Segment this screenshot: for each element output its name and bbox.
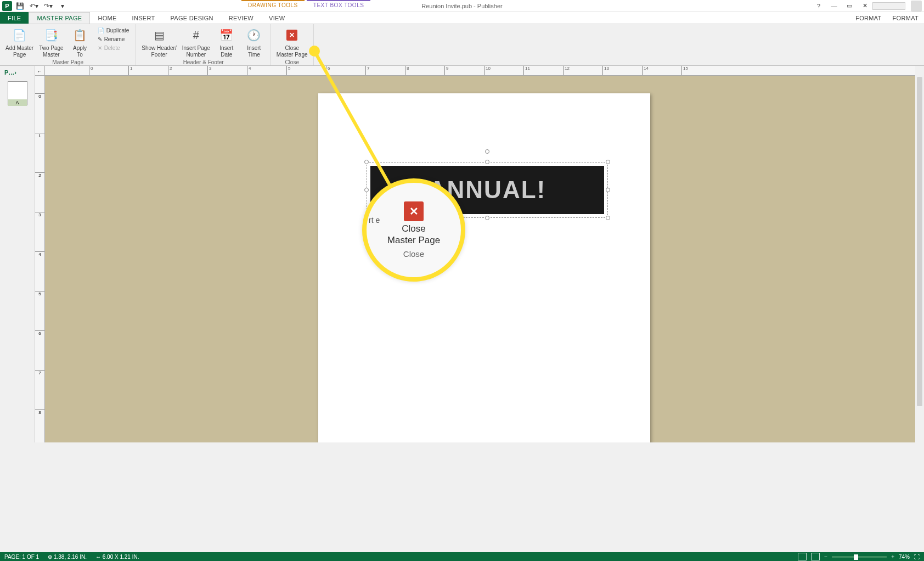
zoom-in-button[interactable]: +: [891, 554, 894, 560]
redo-button[interactable]: ↷▾: [42, 1, 55, 12]
vertical-ruler[interactable]: 012345678910: [35, 76, 45, 552]
file-tab[interactable]: FILE: [0, 12, 29, 24]
page[interactable]: ANNUAL!: [318, 93, 650, 524]
thumbnail-label: A: [8, 99, 27, 106]
callout-edge-text: rt e: [369, 216, 380, 225]
master-page-tab[interactable]: MASTER PAGE: [29, 12, 90, 24]
vertical-scrollbar[interactable]: [915, 66, 924, 543]
apply-icon: 📋: [71, 26, 89, 44]
main-area: P… › A ⌐ 0123456789101112131415 01234567…: [0, 66, 924, 552]
titlebar: P 💾 ↶▾ ↷▾ ▾ DRAWING TOOLS TEXT BOX TOOLS…: [0, 0, 924, 12]
callout-magnifier: rt e ✕ CloseMaster Page Close: [362, 178, 465, 282]
delete-button: ✕ Delete: [95, 44, 132, 52]
resize-handle[interactable]: [606, 160, 610, 164]
ribbon-group-header-footer: ▤ Show Header/ Footer # Insert Page Numb…: [136, 24, 271, 65]
view-tab[interactable]: VIEW: [261, 12, 292, 24]
horizontal-ruler[interactable]: 0123456789101112131415: [45, 66, 924, 76]
undo-button[interactable]: ↶▾: [27, 1, 41, 12]
group-label-header-footer: Header & Footer: [139, 59, 267, 66]
nav-header[interactable]: P… ›: [2, 68, 32, 77]
two-page-icon: 📑: [42, 26, 60, 44]
add-master-page-button[interactable]: 📄 Add Master Page: [3, 25, 36, 59]
time-icon: 🕐: [245, 26, 263, 44]
status-bar: PAGE: 1 OF 1 ⊕ 1.38, 2.16 IN. ↔ 6.00 X 1…: [0, 552, 924, 561]
status-page[interactable]: PAGE: 1 OF 1: [4, 554, 39, 560]
review-tab[interactable]: REVIEW: [221, 12, 261, 24]
resize-handle[interactable]: [485, 160, 489, 164]
show-header-footer-button[interactable]: ▤ Show Header/ Footer: [139, 25, 178, 59]
view-two-page-icon[interactable]: [811, 553, 820, 560]
format-drawing-tab[interactable]: FORMAT: [850, 12, 887, 24]
document-title: Reunion Invite.pub - Publisher: [421, 3, 502, 9]
resize-handle[interactable]: [485, 216, 489, 220]
zoom-slider[interactable]: [832, 556, 887, 558]
two-page-master-button[interactable]: 📑 Two Page Master: [37, 25, 65, 59]
status-position: ⊕ 1.38, 2.16 IN.: [48, 554, 87, 560]
minimize-button[interactable]: —: [826, 1, 842, 12]
close-icon: ✕: [404, 201, 424, 221]
close-icon: ✕: [286, 30, 297, 41]
group-label-master-page: Master Page: [3, 59, 132, 66]
apply-to-button[interactable]: 📋 Apply To: [67, 25, 93, 59]
zoom-fit-button[interactable]: ⛶: [914, 554, 920, 560]
date-icon: 📅: [218, 26, 235, 44]
page-icon: 📄: [11, 26, 29, 44]
close-master-page-button[interactable]: ✕ Close Master Page: [274, 25, 310, 59]
page-design-tab[interactable]: PAGE DESIGN: [163, 12, 221, 24]
rotate-handle[interactable]: [485, 149, 489, 154]
insert-tab[interactable]: INSERT: [125, 12, 163, 24]
ruler-corner: ⌐: [35, 66, 45, 76]
resize-handle[interactable]: [364, 160, 369, 164]
resize-handle[interactable]: [606, 188, 610, 192]
view-single-page-icon[interactable]: [798, 553, 807, 560]
app-icon: P: [2, 1, 12, 11]
master-page-thumbnail[interactable]: A: [8, 81, 27, 105]
qat-customize[interactable]: ▾: [56, 1, 69, 12]
home-tab[interactable]: HOME: [90, 12, 124, 24]
maximize-button[interactable]: ▭: [842, 1, 857, 12]
page-navigation-panel: P… › A: [0, 66, 35, 552]
zoom-out-button[interactable]: −: [824, 554, 827, 560]
callout-label: CloseMaster Page: [387, 223, 440, 246]
insert-time-button[interactable]: 🕐 Insert Time: [241, 25, 267, 59]
textbox-tools-tab[interactable]: TEXT BOX TOOLS: [307, 0, 371, 9]
zoom-level[interactable]: 74%: [899, 554, 910, 560]
horizontal-scrollbar[interactable]: [35, 543, 915, 552]
page-number-icon: #: [187, 26, 205, 44]
ribbon: 📄 Add Master Page 📑 Two Page Master 📋 Ap…: [0, 24, 924, 66]
insert-date-button[interactable]: 📅 Insert Date: [213, 25, 240, 59]
help-button[interactable]: ?: [811, 1, 826, 12]
status-object-size: ↔ 6.00 X 1.21 IN.: [95, 554, 139, 560]
drawing-tools-tab[interactable]: DRAWING TOOLS: [241, 0, 305, 9]
resize-handle[interactable]: [364, 188, 369, 192]
header-footer-icon: ▤: [150, 26, 168, 44]
chevron-right-icon: ›: [14, 69, 16, 76]
save-button[interactable]: 💾: [13, 1, 26, 12]
group-label-close: Close: [274, 59, 310, 66]
format-textbox-tab[interactable]: FORMAT: [887, 12, 924, 24]
user-avatar[interactable]: [911, 1, 922, 12]
ribbon-group-master-page: 📄 Add Master Page 📑 Two Page Master 📋 Ap…: [0, 24, 136, 65]
canvas-area[interactable]: ⌐ 0123456789101112131415 012345678910 AN…: [35, 66, 924, 552]
ribbon-group-close: ✕ Close Master Page Close: [271, 24, 314, 65]
insert-page-number-button[interactable]: # Insert Page Number: [180, 25, 212, 59]
ribbon-tabs: FILE MASTER PAGE HOME INSERT PAGE DESIGN…: [0, 12, 924, 24]
duplicate-button[interactable]: 📄 Duplicate: [95, 26, 132, 35]
close-window-button[interactable]: ✕: [857, 1, 872, 12]
rename-button[interactable]: ✎ Rename: [95, 35, 132, 43]
resize-handle[interactable]: [606, 216, 610, 220]
signin-area[interactable]: [872, 2, 905, 10]
callout-group-label: Close: [403, 249, 424, 259]
